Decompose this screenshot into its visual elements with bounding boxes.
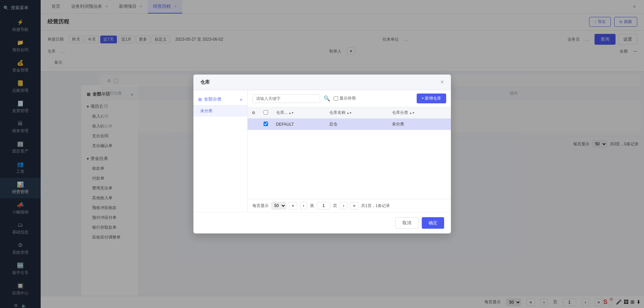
confirm-button[interactable]: 确定 (422, 217, 444, 229)
modal-show-disabled-label[interactable]: 显示停用 (334, 96, 356, 101)
modal-sidebar: ⊞ 全部分类 « 未分类 (193, 90, 248, 212)
modal-select-all-checkbox[interactable] (264, 110, 268, 115)
modal-close-button[interactable]: × (440, 79, 444, 86)
add-warehouse-button[interactable]: + 新增仓库 (417, 94, 446, 103)
modal-sidebar-all-category[interactable]: ⊞ 全部分类 « (193, 94, 247, 105)
modal-col-category: 仓库分类 ▲▼ (388, 107, 451, 119)
modal-header: 仓库 × (193, 75, 451, 90)
modal-overlay: 仓库 × ⊞ 全部分类 « 未分类 🔍 (0, 0, 644, 308)
grid-icon-modal: ⊞ (198, 97, 202, 102)
modal-content-area: 🔍 显示停用 + 新增仓库 ⚙ (248, 90, 451, 212)
modal-next-page[interactable]: › (340, 202, 347, 209)
modal-page-word: 第 (310, 203, 314, 209)
modal-title: 仓库 (200, 79, 210, 85)
modal-search-input[interactable] (252, 94, 320, 103)
modal-search-bar: 🔍 显示停用 + 新增仓库 (248, 90, 451, 107)
modal-col-settings: ⚙ (248, 107, 259, 119)
category-sort-icon: ▲▼ (409, 112, 415, 115)
modal-prev-page[interactable]: ‹ (300, 202, 307, 209)
row-category: 未分类 (388, 119, 451, 130)
modal-col-checkbox (259, 107, 272, 119)
cancel-button[interactable]: 取消 (395, 217, 418, 229)
modal-table-row[interactable]: DEFAULT 总仓 未分类 (248, 119, 451, 130)
modal-sidebar-unclassified[interactable]: 未分类 (193, 105, 247, 117)
modal-search-button[interactable]: 🔍 (324, 95, 330, 102)
settings-icon-table[interactable]: ⚙ (252, 110, 255, 115)
name-sort-icon: ▲▼ (347, 112, 352, 115)
modal-last-page[interactable]: » (350, 202, 358, 209)
row-code: DEFAULT (272, 119, 325, 130)
row-settings (248, 119, 259, 130)
modal-table: ⚙ 仓库... ▲▼ 仓库名称 (248, 107, 451, 199)
modal-footer: 取消 确定 (193, 212, 451, 233)
modal-col-name: 仓库名称 ▲▼ (325, 107, 388, 119)
modal-body: ⊞ 全部分类 « 未分类 🔍 显示停用 (193, 90, 451, 212)
modal-sidebar-collapse-icon[interactable]: « (240, 97, 242, 102)
modal-page-input[interactable] (317, 202, 330, 209)
row-checkbox[interactable] (259, 119, 272, 130)
code-sort-icon: ▲▼ (289, 112, 294, 115)
modal-col-code: 仓库... ▲▼ (272, 107, 325, 119)
modal-per-page-select[interactable]: 50 (271, 202, 286, 209)
show-disabled-checkbox[interactable] (334, 96, 338, 101)
warehouse-modal: 仓库 × ⊞ 全部分类 « 未分类 🔍 (193, 75, 451, 233)
modal-pagination: 每页显示 50 « ‹ 第 页 › » 共1页，1条记录 (248, 199, 451, 212)
modal-total-info: 共1页，1条记录 (361, 203, 390, 209)
modal-first-page[interactable]: « (289, 202, 297, 209)
row-name: 总仓 (325, 119, 388, 130)
